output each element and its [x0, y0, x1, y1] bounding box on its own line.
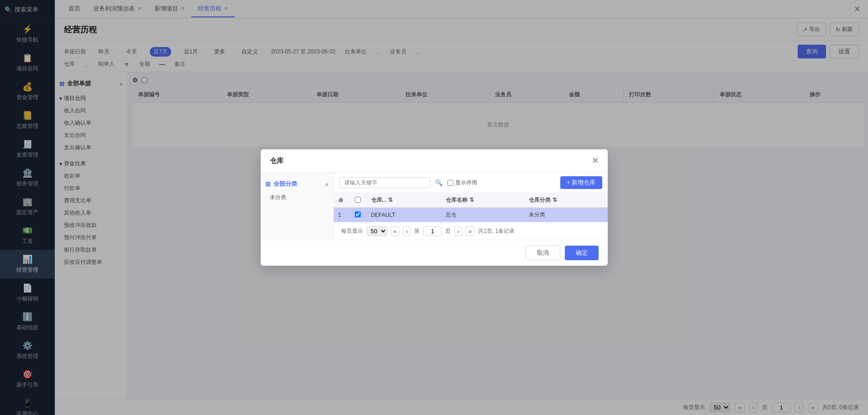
row-checkbox[interactable]: [355, 211, 361, 217]
grid-icon-modal: ⊞: [265, 180, 271, 188]
modal-show-disabled-checkbox[interactable]: [447, 180, 453, 186]
row-name-cell: 总仓: [441, 208, 524, 222]
modal-header: 仓库 ✕: [261, 149, 608, 173]
modal-search-input[interactable]: [339, 177, 431, 188]
modal-warehouse-table: ⚙ 仓库... ⇅ 仓库名称 ⇅: [334, 193, 608, 222]
modal-show-disabled-label: 显示停用: [447, 179, 477, 187]
modal-body: ⊞ 全部分类 « 未分类 🔍 显示停用 + 新增: [261, 173, 608, 240]
row-code-cell: DEFAULT: [367, 208, 442, 222]
modal-tree: ⊞ 全部分类 « 未分类: [261, 173, 334, 240]
modal-right-content: 🔍 显示停用 + 新增仓库 ⚙: [334, 173, 608, 240]
modal-next-page[interactable]: ›: [454, 226, 462, 236]
row-category-cell: 未分类: [524, 208, 607, 222]
row-checkbox-cell[interactable]: [350, 208, 367, 222]
modal-page-suffix: 页: [445, 227, 451, 235]
modal-page-input[interactable]: [423, 226, 442, 236]
modal-col-category[interactable]: 仓库分类 ⇅: [524, 193, 607, 208]
modal-page-label: 第: [414, 227, 420, 235]
modal-col-name[interactable]: 仓库名称 ⇅: [441, 193, 524, 208]
modal-cancel-button[interactable]: 取消: [526, 246, 560, 260]
modal-add-warehouse-button[interactable]: + 新增仓库: [560, 176, 602, 189]
modal-col-code[interactable]: 仓库... ⇅: [367, 193, 442, 208]
modal-tree-collapse[interactable]: «: [325, 181, 328, 188]
modal-total-label: 共1页, 1条记录: [478, 227, 515, 235]
modal-table-select-all[interactable]: [355, 197, 361, 203]
modal-toolbar: 🔍 显示停用 + 新增仓库: [334, 173, 608, 193]
modal-search-button[interactable]: 🔍: [435, 179, 443, 186]
modal-tree-header[interactable]: ⊞ 全部分类 «: [261, 177, 333, 191]
row-number-cell: 1: [334, 208, 350, 222]
modal-confirm-button[interactable]: 确定: [565, 246, 599, 260]
modal-first-page[interactable]: «: [391, 226, 400, 236]
modal-per-page-select[interactable]: 50: [367, 226, 387, 236]
modal-actions: 取消 确定: [261, 240, 608, 266]
table-row[interactable]: 1 DEFAULT 总仓 未分类: [334, 208, 608, 222]
modal-close-button[interactable]: ✕: [592, 156, 599, 166]
modal-table-wrap: ⚙ 仓库... ⇅ 仓库名称 ⇅: [334, 193, 608, 222]
modal-prev-page[interactable]: ‹: [403, 226, 410, 236]
modal-overlay: 仓库 ✕ ⊞ 全部分类 « 未分类 🔍: [0, 0, 868, 415]
modal-last-page[interactable]: »: [466, 226, 474, 236]
modal-all-category-label: 全部分类: [274, 180, 297, 188]
modal-tree-item-unclassified[interactable]: 未分类: [261, 191, 333, 204]
modal-col-checkbox: [350, 193, 367, 208]
warehouse-modal: 仓库 ✕ ⊞ 全部分类 « 未分类 🔍: [261, 149, 608, 266]
modal-col-settings[interactable]: ⚙: [334, 193, 350, 208]
modal-footer-bar: 每页显示 50 « ‹ 第 页 › » 共1页, 1条记录: [334, 222, 608, 240]
modal-title: 仓库: [270, 157, 284, 165]
modal-per-page-label: 每页显示: [341, 227, 363, 235]
